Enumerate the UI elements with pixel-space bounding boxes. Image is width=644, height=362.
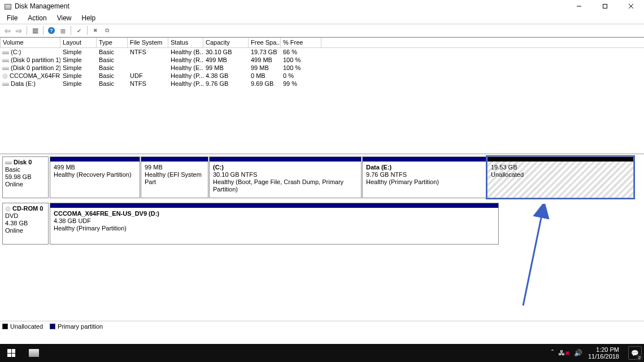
disk0-partition[interactable]: 19.53 GBUnallocated	[487, 156, 634, 198]
disk0-label[interactable]: Disk 0 Basic 59.98 GB Online	[2, 156, 49, 198]
table-row[interactable]: Data (E:)SimpleBasicNTFSHealthy (P...9.7…	[0, 80, 644, 88]
tray-network-icon[interactable]: 🖧✖	[558, 349, 569, 357]
titlebar: Disk Management	[0, 0, 644, 12]
svg-rect-1	[603, 5, 607, 8]
cdrom0-partition[interactable]: CCCOMA_X64FRE_EN-US_DV9 (D:) 4.38 GB UDF…	[50, 203, 499, 245]
minimize-button[interactable]	[566, 0, 592, 12]
swatch-blue	[50, 324, 55, 329]
partition-size: 9.76 GB NTFS	[366, 171, 482, 178]
disk0-partition[interactable]: Data (E:)9.76 GB NTFSHealthy (Primary Pa…	[362, 156, 486, 198]
cd-icon	[5, 206, 11, 212]
taskbar-clock[interactable]: 1:20 PM 11/16/2018	[588, 346, 619, 360]
tray-chevron-icon[interactable]: ˆ	[551, 349, 554, 357]
col-filesystem[interactable]: File System	[128, 38, 168, 48]
cdrom0-kind: DVD	[5, 212, 18, 219]
action-button-1[interactable]	[74, 25, 84, 36]
cdrom0-state: Online	[5, 227, 23, 234]
system-tray[interactable]: ˆ 🖧✖ 🔊	[551, 349, 582, 357]
toolbar-separator	[87, 26, 88, 35]
legend-unallocated: Unallocated	[2, 323, 43, 330]
col-freespace[interactable]: Free Spa...	[249, 38, 281, 48]
partition-bar	[488, 157, 633, 162]
col-spacer	[321, 38, 644, 48]
col-layout[interactable]: Layout	[60, 38, 97, 48]
partition-bar	[50, 203, 498, 208]
close-button[interactable]	[618, 0, 644, 12]
help-icon	[48, 27, 55, 34]
cdrom0-size: 4.38 GB	[5, 220, 28, 226]
drive-icon	[2, 50, 9, 55]
clock-time: 1:20 PM	[588, 346, 619, 353]
disk-graphical-pane: Disk 0 Basic 59.98 GB Online 499 MBHealt…	[0, 154, 644, 331]
partition-status: Healthy (Primary Partition)	[366, 178, 482, 186]
menubar: File Action View Help	[0, 12, 644, 24]
partition-status: Unallocated	[491, 171, 630, 178]
tray-volume-icon[interactable]: 🔊	[574, 349, 582, 357]
table-header-row: Volume Layout Type File System Status Ca…	[0, 38, 644, 48]
swatch-black	[2, 324, 8, 329]
cdrom0-name: CD-ROM 0	[12, 205, 43, 212]
partition-title: Data (E:)	[366, 164, 482, 171]
partition-size: 30.10 GB NTFS	[213, 171, 358, 178]
window-title: Disk Management	[15, 2, 69, 10]
forward-button[interactable]	[14, 25, 24, 36]
table-row[interactable]: (Disk 0 partition 1)SimpleBasicHealthy (…	[0, 56, 644, 64]
disk-row-disk0: Disk 0 Basic 59.98 GB Online 499 MBHealt…	[0, 154, 644, 200]
disk0-partition[interactable]: (C:)30.10 GB NTFSHealthy (Boot, Page Fil…	[209, 156, 362, 198]
col-volume[interactable]: Volume	[0, 38, 60, 48]
col-pctfree[interactable]: % Free	[281, 38, 321, 48]
taskbar: ˆ 🖧✖ 🔊 1:20 PM 11/16/2018 💬 2	[0, 344, 644, 362]
partition-title: CCCOMA_X64FRE_EN-US_DV9 (D:)	[54, 210, 495, 217]
menu-help[interactable]: Help	[77, 13, 101, 23]
app-icon	[3, 2, 11, 10]
show-hide-button[interactable]	[30, 25, 40, 36]
disk0-kind: Basic	[5, 166, 20, 173]
drive-icon	[2, 81, 9, 87]
legend-unallocated-label: Unallocated	[10, 323, 43, 330]
cdrom0-label[interactable]: CD-ROM 0 DVD 4.38 GB Online	[2, 203, 49, 245]
drive-icon	[2, 58, 9, 63]
action-center-button[interactable]: 💬 2	[628, 346, 642, 360]
back-button[interactable]	[2, 25, 12, 36]
toolbar	[0, 24, 644, 37]
windows-logo-icon	[7, 349, 15, 357]
toolbar-separator	[71, 26, 71, 35]
menu-view[interactable]: View	[53, 13, 76, 23]
legend-primary: Primary partition	[50, 323, 103, 330]
col-type[interactable]: Type	[97, 38, 128, 48]
properties-button[interactable]	[102, 25, 112, 36]
maximize-button[interactable]	[592, 0, 618, 12]
disk0-name: Disk 0	[14, 159, 32, 165]
menu-action[interactable]: Action	[23, 13, 51, 23]
disk-icon	[5, 160, 12, 165]
start-button[interactable]	[0, 344, 23, 362]
partition-status: Healthy (EFI System Part	[145, 171, 204, 186]
table-row[interactable]: (C:)SimpleBasicNTFSHealthy (B...30.10 GB…	[0, 48, 644, 56]
partition-size: 19.53 GB	[491, 164, 630, 171]
col-status[interactable]: Status	[168, 38, 203, 48]
table-row[interactable]: (Disk 0 partition 2)SimpleBasicHealthy (…	[0, 64, 644, 72]
partition-bar	[210, 157, 361, 162]
partition-bar	[50, 157, 140, 162]
menu-file[interactable]: File	[2, 13, 22, 23]
toolbar-separator	[27, 26, 27, 35]
partition-bar	[363, 157, 486, 162]
table-row[interactable]: CCCOMA_X64FRE...SimpleBasicUDFHealthy (P…	[0, 72, 644, 80]
notification-count: 2	[636, 354, 643, 361]
diskmgmt-icon	[29, 349, 39, 357]
drive-icon	[2, 66, 9, 71]
taskbar-app-diskmgmt[interactable]	[23, 344, 45, 362]
disk-row-cdrom0: CD-ROM 0 DVD 4.38 GB Online CCCOMA_X64FR…	[0, 200, 644, 247]
toolbar-separator	[43, 26, 43, 35]
partition-size: 99 MB	[145, 164, 204, 171]
col-capacity[interactable]: Capacity	[203, 38, 249, 48]
disk0-partition[interactable]: 99 MBHealthy (EFI System Part	[141, 156, 208, 198]
disk0-size: 59.98 GB	[5, 173, 31, 180]
settings-button[interactable]	[58, 25, 68, 36]
volume-table: Volume Layout Type File System Status Ca…	[0, 37, 644, 154]
action-button-2[interactable]	[90, 25, 101, 36]
disk0-partition[interactable]: 499 MBHealthy (Recovery Partition)	[50, 156, 140, 198]
help-button[interactable]	[46, 25, 56, 36]
partition-status: Healthy (Recovery Partition)	[54, 171, 136, 178]
legend-primary-label: Primary partition	[58, 323, 103, 330]
